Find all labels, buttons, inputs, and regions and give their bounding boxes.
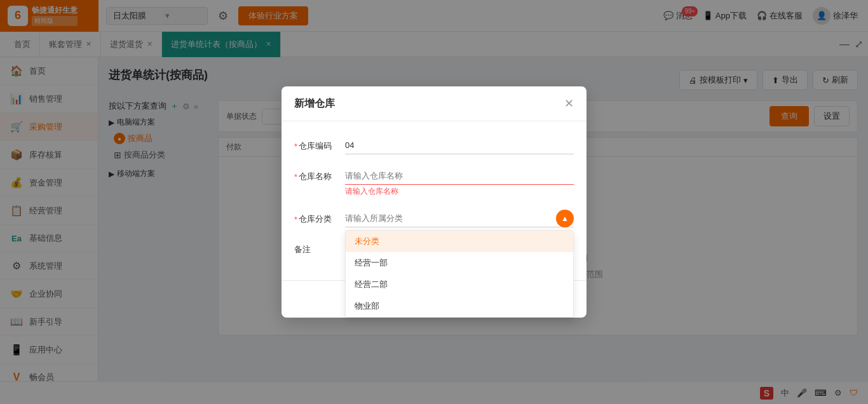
category-input-wrap: ▲ [345,210,574,227]
code-field-row: * 仓库编码 [294,137,574,154]
dialog-body: * 仓库编码 * 仓库名称 请输入仓库名称 * 仓库分类 [281,121,587,280]
note-label: 备注 [294,240,345,255]
name-input[interactable] [345,167,574,185]
dialog-header: 新增仓库 ✕ [281,86,587,121]
category-toggle-button[interactable]: ▲ [556,210,574,227]
name-control: 请输入仓库名称 [345,167,574,197]
dialog-close-button[interactable]: ✕ [564,97,574,111]
code-control [345,137,574,154]
dropdown-item-dept3[interactable]: 物业部 [346,295,573,317]
category-label: * 仓库分类 [294,210,345,225]
name-field-row: * 仓库名称 请输入仓库名称 [294,167,574,197]
add-warehouse-dialog: 新增仓库 ✕ * 仓库编码 * 仓库名称 请输入仓库名称 [281,86,587,318]
name-error-msg: 请输入仓库名称 [345,186,574,197]
dropdown-item-dept2[interactable]: 经营二部 [346,274,573,295]
dropdown-item-uncategorized[interactable]: 未分类 [346,231,573,252]
category-dropdown: 未分类 经营一部 经营二部 物业部 [345,230,574,318]
category-control: ▲ 未分类 经营一部 经营二部 物业部 [345,210,574,227]
code-label: * 仓库编码 [294,137,345,152]
code-input[interactable] [345,137,574,154]
name-label: * 仓库名称 [294,167,345,182]
dialog-title: 新增仓库 [294,97,335,111]
dropdown-item-dept1[interactable]: 经营一部 [346,252,573,274]
category-input[interactable] [345,210,574,227]
category-field-row: * 仓库分类 ▲ 未分类 经营一部 经营二部 物业部 [294,210,574,227]
